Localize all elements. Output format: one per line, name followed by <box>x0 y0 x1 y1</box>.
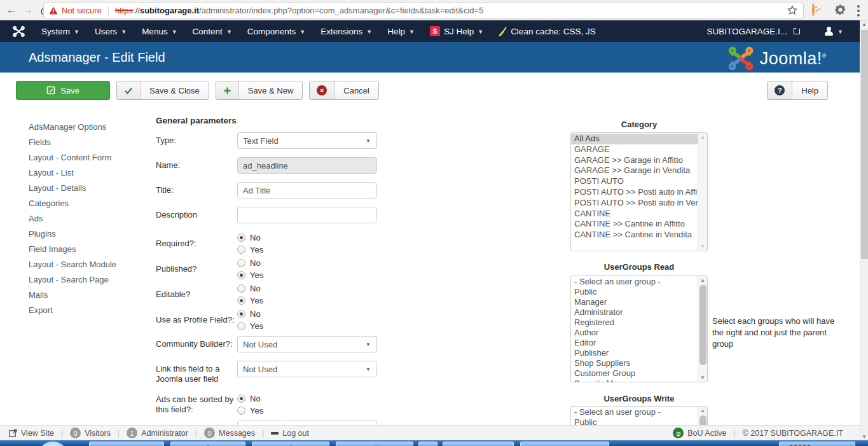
browser-menu-icon[interactable] <box>857 5 860 17</box>
site-preview-link[interactable]: SUBITOGARAGE.I... <box>699 27 808 36</box>
bookmark-star-icon[interactable] <box>787 5 797 18</box>
cookie-extension-icon[interactable] <box>812 4 815 16</box>
chevron-down-icon: ▼ <box>478 29 483 35</box>
menu-users[interactable]: Users▼ <box>87 27 134 36</box>
sidebar-item-options[interactable]: AdsManager Options <box>29 120 116 135</box>
sidebar-item-plugins[interactable]: Plugins <box>29 226 116 242</box>
usergroup-option[interactable]: Shop Suppliers <box>571 358 698 368</box>
page-scrollbar[interactable]: ▲ ▼ <box>860 20 868 442</box>
category-option[interactable]: All Ads <box>571 134 698 144</box>
usergroup-option[interactable]: Author <box>571 328 698 338</box>
published-no-radio[interactable] <box>237 259 245 267</box>
taskbar-button[interactable] <box>443 442 514 446</box>
sidebar-item-categories[interactable]: Categories <box>29 196 116 211</box>
category-option[interactable]: GARAGE >> Garage in Affitto <box>571 155 698 166</box>
sidebar-item-layout-content-form[interactable]: Layout - Content Form <box>29 150 116 165</box>
sidebar-item-mails[interactable]: Mails <box>29 288 116 303</box>
profile-yes-radio[interactable] <box>237 322 245 330</box>
usergroup-option[interactable]: Security Manager <box>571 379 698 382</box>
name-input[interactable] <box>237 157 377 174</box>
menu-components[interactable]: Components▼ <box>240 27 313 36</box>
logout-label: Log out <box>282 429 309 438</box>
taskbar-button[interactable] <box>779 442 855 446</box>
editable-yes-radio[interactable] <box>237 296 245 305</box>
cancel-button[interactable]: × Cancel <box>309 81 378 100</box>
messages-link[interactable]: 0Messages <box>204 428 255 438</box>
taskbar-button[interactable] <box>336 442 413 446</box>
sidebar-item-layout-details[interactable]: Layout - Details <box>29 181 116 196</box>
menu-content[interactable]: Content▼ <box>185 27 240 36</box>
sidebar-item-fields[interactable]: Fields <box>29 135 116 150</box>
save-new-button[interactable]: Save & New <box>216 81 303 100</box>
sidebar-item-layout-search-module[interactable]: Layout - Search Module <box>29 257 116 272</box>
taskbar-button[interactable] <box>520 442 609 446</box>
menu-help[interactable]: Help▼ <box>380 27 422 36</box>
gear-extension-icon[interactable] <box>835 4 846 18</box>
save-close-button[interactable]: Save & Close <box>116 81 209 100</box>
sidebar-item-field-images[interactable]: Field Images <box>29 242 116 257</box>
profile-no-radio[interactable] <box>237 310 245 318</box>
category-option[interactable]: CANTINE <box>571 209 698 220</box>
required-yes-radio[interactable] <box>237 246 245 254</box>
category-option[interactable]: CANTINE >> Cantine in Affitto <box>571 219 698 230</box>
usergroup-option[interactable]: Manager <box>571 297 698 307</box>
start-button[interactable] <box>37 442 69 446</box>
required-no-radio[interactable] <box>237 233 245 242</box>
sortable-no-radio[interactable] <box>237 394 245 403</box>
usergroup-option[interactable]: Publisher <box>571 348 698 358</box>
back-icon[interactable]: ← <box>4 3 19 18</box>
menu-extensions[interactable]: Extensions▼ <box>313 27 380 36</box>
category-option[interactable]: GARAGE >> Garage in Vendita <box>571 165 698 176</box>
usergroups-read-listbox[interactable]: - Select an user group - Public Manager … <box>570 275 708 382</box>
published-yes-radio[interactable] <box>237 271 245 279</box>
sidebar-item-ads[interactable]: Ads <box>29 211 116 226</box>
community-builder-select[interactable]: Not Used▼ <box>237 336 377 352</box>
menu-sj-help[interactable]: SSJ Help▼ <box>422 26 491 36</box>
taskbar-button[interactable] <box>418 442 437 446</box>
sidebar-item-layout-list[interactable]: Layout - List <box>29 165 116 181</box>
usergroup-option[interactable]: Editor <box>571 338 698 348</box>
menu-clean-cache[interactable]: Clean cache: CSS, JS <box>491 27 603 36</box>
sortable-yes-radio[interactable] <box>237 407 245 415</box>
user-menu[interactable]: ▼ <box>816 27 851 36</box>
usergroup-option[interactable]: - Select an user group - <box>571 407 698 417</box>
category-option[interactable]: POSTI AUTO <box>571 176 698 187</box>
usergroup-option[interactable]: Registered <box>571 317 698 328</box>
category-option[interactable]: POSTI AUTO >> Posti auto in Affitto <box>571 187 698 198</box>
logout-link[interactable]: Log out <box>271 429 309 438</box>
menu-menus[interactable]: Menus▼ <box>134 27 184 36</box>
type-select[interactable]: Text Field▼ <box>237 132 377 149</box>
editable-no-radio[interactable] <box>237 284 245 293</box>
forward-icon[interactable]: → <box>20 3 36 18</box>
scrollbar-thumb[interactable] <box>861 30 868 259</box>
address-bar[interactable]: Not secure https://subitogarage.it/admin… <box>43 3 804 18</box>
sidebar-item-export[interactable]: Export <box>29 303 116 318</box>
joomla-user-field-select[interactable]: Not Used▼ <box>237 361 377 377</box>
menu-system[interactable]: System▼ <box>34 27 87 36</box>
usergroup-option[interactable]: - Select an user group - <box>571 277 698 287</box>
description-input[interactable] <box>237 207 377 223</box>
view-site-link[interactable]: View Site <box>9 429 54 438</box>
usergroup-option[interactable]: Customer Group <box>571 368 698 379</box>
scrollbar-thumb[interactable] <box>699 285 706 365</box>
usergroup-option[interactable]: Administrator <box>571 307 698 317</box>
taskbar-button[interactable] <box>170 442 245 446</box>
category-option[interactable]: POSTI AUTO >> Posti auto in Vendita <box>571 198 698 209</box>
usergroup-option[interactable]: Public <box>571 287 698 297</box>
taskbar-button[interactable] <box>252 442 329 446</box>
usergroups-read-title: UserGroups Read <box>570 262 708 272</box>
category-scrollbar[interactable]: ▲▼ <box>698 133 707 251</box>
category-option[interactable]: CANTINE >> Cantine in Vendita <box>571 230 698 240</box>
administrator-link[interactable]: 1Administrator <box>127 428 188 438</box>
usergroups-read-scrollbar[interactable]: ▲▼ <box>698 276 707 382</box>
visitors-link[interactable]: 0Visitors <box>70 428 111 438</box>
taskbar-button[interactable] <box>89 442 164 446</box>
bou-status[interactable]: φBoU Active <box>673 428 726 438</box>
scroll-up-icon: ▲ <box>698 133 707 141</box>
title-input[interactable] <box>237 182 377 199</box>
category-listbox[interactable]: All Ads GARAGE GARAGE >> Garage in Affit… <box>570 132 708 251</box>
save-button[interactable]: Save <box>16 81 110 100</box>
category-option[interactable]: GARAGE <box>571 144 698 155</box>
sidebar-item-layout-search-page[interactable]: Layout - Search Page <box>29 272 116 288</box>
help-button[interactable]: ? Help <box>767 81 828 100</box>
